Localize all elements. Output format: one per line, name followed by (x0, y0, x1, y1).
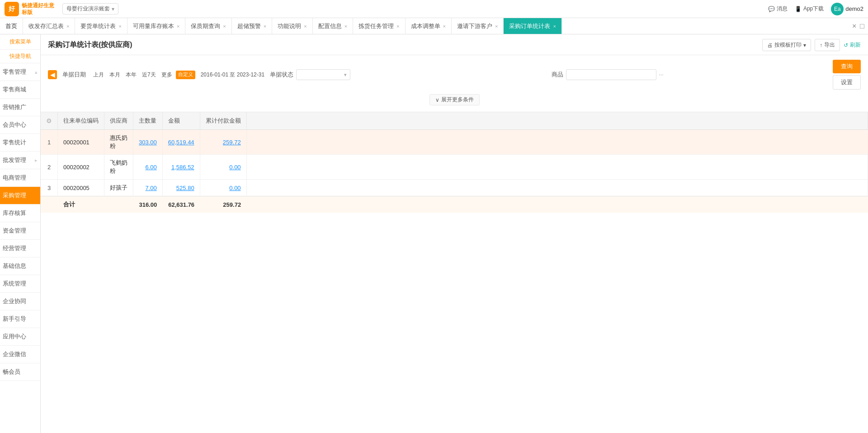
row-supplier: 好孩子 (104, 180, 133, 196)
tab-overstock-warning-label: 超储预警 (237, 22, 261, 30)
status-select[interactable] (296, 69, 350, 80)
sidebar-item-finance-mgmt[interactable]: 资金管理 (0, 222, 40, 240)
sidebar-item-marketing[interactable]: 营销推广 (0, 99, 40, 116)
date-shortcuts: 上月 本月 本年 近7天 更多 自定义 (91, 71, 195, 79)
search-button[interactable]: 查询 (833, 60, 861, 73)
sidebar-quick-nav[interactable]: 快捷导航 (0, 50, 40, 63)
navtabs: 首页 收发存汇总表 × 要货单统计表 × 可用量库存账本 × 保质期查询 × 超… (0, 18, 868, 34)
refresh-icon: ↺ (844, 42, 848, 48)
row-amount[interactable]: 1,586.52 (162, 155, 200, 180)
table-header-row: ⚙ 往来单位编码 供应商 主数量 金额 累计付款金额 (41, 112, 868, 130)
sidebar-search[interactable]: 搜索菜单 (0, 34, 40, 50)
footer-qty: 316.00 (133, 196, 163, 213)
sidebar-item-retail-mgmt[interactable]: 零售管理 ▴ (0, 63, 40, 81)
wholesale-mgmt-label: 批发管理 (3, 156, 26, 164)
tab-feature-desc[interactable]: 功能说明 × (272, 18, 312, 34)
sidebar-item-retail-store[interactable]: 零售商城 (0, 81, 40, 99)
tab-cost-adjust-close[interactable]: × (443, 24, 446, 29)
date-btn-7days[interactable]: 近7天 (140, 71, 158, 79)
tab-collect-pay[interactable]: 收发存汇总表 × (23, 18, 75, 34)
app-download-action[interactable]: 📱 App下载 (795, 5, 824, 13)
sidebar-item-enterprise-wechat[interactable]: 企业微信 (0, 346, 40, 363)
setting-button[interactable]: 设置 (833, 75, 861, 90)
sidebar-item-member-center[interactable]: 会员中心 (0, 116, 40, 134)
expand-more-button[interactable]: ∨ 展开更多条件 (429, 94, 480, 105)
tab-order-summary[interactable]: 要货单统计表 × (75, 18, 127, 34)
sidebar-item-ecommerce[interactable]: 电商管理 (0, 169, 40, 187)
data-table: ⚙ 往来单位编码 供应商 主数量 金额 累计付款金额 1 00020001 (41, 112, 868, 213)
close-all-tabs-button[interactable]: × (852, 22, 856, 30)
tab-expiry-query-close[interactable]: × (223, 24, 226, 29)
row-supplier: 惠氏奶粉 (104, 130, 133, 155)
row-paid[interactable]: 0.00 (200, 180, 246, 196)
sidebar-item-wholesale-mgmt[interactable]: 批发管理 ▸ (0, 152, 40, 169)
export-button[interactable]: ↑ 导出 (815, 39, 840, 51)
sidebar-item-basic-info[interactable]: 基础信息 (0, 257, 40, 275)
sidebar-item-system-mgmt[interactable]: 系统管理 (0, 275, 40, 293)
sidebar-item-enterprise-collab[interactable]: 企业协同 (0, 293, 40, 310)
table-row: 2 00020002 飞鹤奶粉 6.00 1,586.52 0.00 (41, 155, 868, 180)
date-btn-this-year[interactable]: 本年 (124, 71, 138, 79)
tab-config-info[interactable]: 配置信息 × (313, 18, 353, 34)
filter-toggle-button[interactable]: ◀ (48, 70, 57, 79)
row-amount[interactable]: 525.80 (162, 180, 200, 196)
tab-pick-task-close[interactable]: × (396, 24, 399, 29)
tab-config-info-close[interactable]: × (344, 24, 347, 29)
retail-store-label: 零售商城 (3, 86, 26, 94)
row-paid[interactable]: 0.00 (200, 155, 246, 180)
sidebar-item-member[interactable]: 畅会员 (0, 363, 40, 381)
tab-order-summary-close[interactable]: × (118, 24, 121, 29)
row-paid[interactable]: 259.72 (200, 130, 246, 155)
maximize-button[interactable]: □ (860, 22, 864, 30)
tab-feature-desc-label: 功能说明 (278, 22, 301, 30)
row-supplier: 飞鹤奶粉 (104, 155, 133, 180)
tab-purchase-summary-close[interactable]: × (553, 24, 556, 29)
date-btn-this-month[interactable]: 本月 (108, 71, 122, 79)
tab-feature-desc-close[interactable]: × (304, 24, 307, 29)
goods-input[interactable] (566, 69, 656, 80)
date-btn-more[interactable]: 更多 (160, 71, 174, 79)
page-header: 采购订单统计表(按供应商) 🖨 按模板打印 ▾ ↑ 导出 ↺ 刷新 (41, 34, 868, 55)
row-code: 00020002 (58, 155, 104, 180)
tab-collect-pay-close[interactable]: × (66, 24, 69, 29)
row-qty[interactable]: 7.00 (133, 180, 163, 196)
tab-pick-task[interactable]: 拣货任务管理 × (353, 18, 405, 34)
row-extra (246, 130, 868, 155)
sidebar-item-inventory-check[interactable]: 库存核算 (0, 205, 40, 222)
tab-cost-adjust[interactable]: 成本调整单 × (406, 18, 452, 34)
tab-overstock-warning[interactable]: 超储预警 × (232, 18, 272, 34)
row-qty[interactable]: 303.00 (133, 130, 163, 155)
avatar: Ea (831, 3, 844, 15)
company-selector[interactable]: 母婴行业演示账套 ▾ (62, 3, 118, 14)
tab-overstock-warning-close[interactable]: × (264, 24, 266, 29)
custom-badge[interactable]: 自定义 (176, 71, 195, 79)
sidebar-item-purchase-mgmt[interactable]: 采购管理 (0, 187, 40, 205)
tab-home-label: 首页 (5, 22, 17, 30)
row-qty[interactable]: 6.00 (133, 155, 163, 180)
company-dropdown-icon: ▾ (112, 6, 114, 12)
row-code: 00020005 (58, 180, 104, 196)
company-name: 母婴行业演示账套 (66, 5, 110, 13)
filter-goods-section: 商品 ··· (552, 69, 827, 80)
tab-home[interactable]: 首页 (0, 18, 23, 34)
sidebar-item-app-center[interactable]: 应用中心 (0, 328, 40, 346)
date-btn-last-month[interactable]: 上月 (91, 71, 106, 79)
refresh-button[interactable]: ↺ 刷新 (844, 41, 861, 49)
sidebar-item-retail-stats[interactable]: 零售统计 (0, 134, 40, 152)
gear-icon[interactable]: ⚙ (46, 117, 52, 124)
tab-expiry-query[interactable]: 保质期查询 × (185, 18, 231, 34)
tab-invite-customer-close[interactable]: × (495, 24, 498, 29)
tab-inventory-ledger-close[interactable]: × (177, 24, 179, 29)
row-amount[interactable]: 60,519.44 (162, 130, 200, 155)
status-select-wrap[interactable] (296, 69, 350, 80)
expand-more-label: 展开更多条件 (441, 96, 474, 104)
sidebar-item-operation-mgmt[interactable]: 经营管理 (0, 240, 40, 257)
tab-inventory-ledger[interactable]: 可用量库存账本 × (127, 18, 185, 34)
message-action[interactable]: 💬 消息 (768, 5, 788, 13)
template-print-button[interactable]: 🖨 按模板打印 ▾ (762, 39, 811, 51)
tab-purchase-summary[interactable]: 采购订单统计表 × (504, 18, 561, 34)
page-actions: 🖨 按模板打印 ▾ ↑ 导出 ↺ 刷新 (762, 39, 861, 51)
tab-invite-customer[interactable]: 邀请下游客户 × (452, 18, 504, 34)
sidebar-item-new-guide[interactable]: 新手引导 (0, 310, 40, 328)
user-profile[interactable]: Ea demo2 (831, 3, 863, 15)
